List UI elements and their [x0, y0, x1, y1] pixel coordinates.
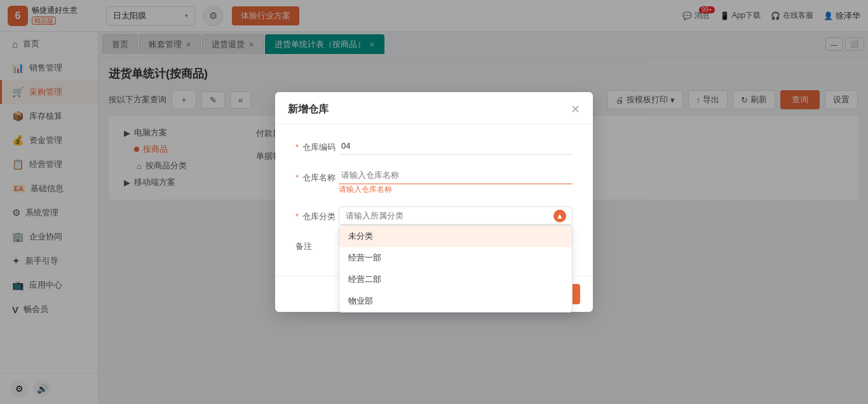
dropdown-arrow-icon[interactable]: ▲	[553, 210, 566, 222]
modal-header: 新增仓库 ✕	[275, 92, 593, 125]
category-input[interactable]	[339, 206, 573, 225]
category-label: * 仓库分类	[295, 206, 339, 222]
dropdown-item-dept2[interactable]: 经营二部	[339, 269, 572, 290]
dropdown-item-dept1[interactable]: 经营一部	[339, 247, 572, 269]
name-error-message: 请输入仓库名称	[339, 184, 392, 195]
name-label: * 仓库名称	[295, 168, 339, 184]
warehouse-code-input[interactable]	[339, 137, 573, 155]
code-label: * 仓库编码	[295, 137, 339, 153]
modal-body: * 仓库编码 * 仓库名称 请输入仓库名称	[275, 125, 593, 276]
name-field-row: * 仓库名称 请输入仓库名称	[295, 166, 573, 195]
warehouse-name-input[interactable]	[339, 166, 573, 184]
modal-close-button[interactable]: ✕	[571, 102, 580, 116]
category-dropdown-list: 未分类 经营一部 经营二部 物业部	[339, 225, 573, 313]
code-field-row: * 仓库编码	[295, 137, 573, 155]
notes-label: 备注	[295, 236, 339, 252]
dropdown-item-unclassified[interactable]: 未分类	[339, 226, 572, 247]
dropdown-item-dept3[interactable]: 物业部	[339, 290, 572, 312]
modal-title: 新增仓库	[288, 103, 329, 116]
modal-overlay: 新增仓库 ✕ * 仓库编码 * 仓库名称	[0, 0, 868, 404]
category-field-row: * 仓库分类 ▲ 未分类 经营一部 经营二部 物业部	[295, 206, 573, 225]
add-warehouse-modal: 新增仓库 ✕ * 仓库编码 * 仓库名称	[275, 92, 593, 312]
category-dropdown[interactable]: ▲ 未分类 经营一部 经营二部 物业部	[339, 206, 573, 225]
